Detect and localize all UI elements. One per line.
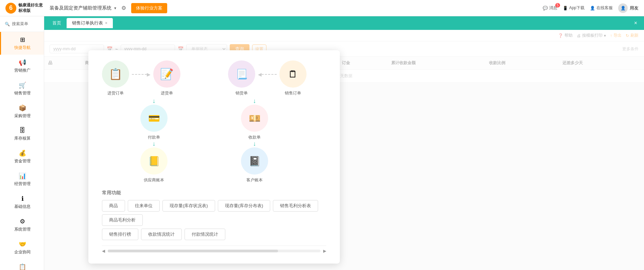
func-btn-sales-profit[interactable]: 销售毛利分析表 <box>273 200 318 212</box>
sales-order-icon: 🗒 <box>288 69 298 80</box>
sales-bill-label: 销货单 <box>236 90 248 96</box>
purchase-bill-node: 📝 <box>153 60 180 88</box>
sidebar-label-system: 系统管理 <box>14 227 31 232</box>
sidebar-label-inventory: 库存核算 <box>14 136 31 141</box>
app-download-item[interactable]: 📱 App下载 <box>563 5 585 11</box>
supplier-account-node: 📒 <box>140 147 168 175</box>
arrow-down-supplier: ↓ <box>153 140 156 147</box>
purchase-order-node: 📋 <box>102 60 129 88</box>
scrollbar-thumb <box>108 250 278 252</box>
system-dropdown-btn[interactable]: ▾ <box>114 6 116 11</box>
sidebar-label-purchase: 采购管理 <box>14 113 31 119</box>
arrow-down-payment: ↓ <box>153 97 156 105</box>
purchase-order-icon: 📋 <box>109 68 122 80</box>
header-center: 装备及固定资产辅助管理系统 ▾ ⚙ 体验行业方案 <box>50 3 543 13</box>
page-content: ❓ 帮助 🖨 按模板打印 ▾ ↑ 导出 ↻ <box>44 30 644 270</box>
sidebar-item-quick-nav[interactable]: ⊞ 快捷导航 <box>0 32 44 55</box>
guide-icon: 📋 <box>19 263 26 270</box>
mobile-icon: 📱 <box>563 6 568 11</box>
sidebar-label-sales: 销售管理 <box>14 90 31 96</box>
receipt-bill-label: 收款单 <box>248 134 261 140</box>
payment-bill-label: 付款单 <box>148 134 160 140</box>
tab-close-icon[interactable]: × <box>105 21 107 25</box>
sidebar-search: 🔍 搜索菜单 <box>0 16 44 32</box>
tab-home[interactable]: 首页 <box>47 18 67 28</box>
message-item[interactable]: 💬 消息 5 <box>543 5 557 11</box>
func-btn-product-profit[interactable]: 商品毛利分析 <box>102 214 143 226</box>
payment-bill-icon: 💳 <box>148 113 160 124</box>
func-btn-contact[interactable]: 往来单位 <box>128 200 160 212</box>
sales-icon: 🛒 <box>19 82 26 89</box>
logo-icon: 6 <box>5 3 16 14</box>
func-btn-payment-stats[interactable]: 付款情况统计 <box>185 229 225 240</box>
payment-bill-node: 💳 <box>140 105 168 132</box>
marketing-icon: 📢 <box>19 59 26 66</box>
func-btn-sales-ranking[interactable]: 销售排行榜 <box>102 229 138 240</box>
sidebar-label-marketing: 营销推广 <box>14 68 31 73</box>
purchase-bill-icon: 📝 <box>160 68 174 80</box>
basic-icon: ℹ <box>21 195 24 202</box>
modal-scrollbar: ◀ ▶ <box>102 246 326 253</box>
sales-order-node: 🗒 <box>279 60 307 88</box>
tab-bar: 首页 销售订单执行表 × × <box>44 16 644 30</box>
search-icon: 🔍 <box>5 22 10 26</box>
sidebar-item-basic[interactable]: ℹ 基础信息 <box>0 191 44 214</box>
quick-nav-icon: ⊞ <box>20 36 25 43</box>
function-buttons-row2: 销售排行榜 收款情况统计 付款情况统计 <box>102 229 326 240</box>
system-title: 装备及固定资产辅助管理系统 <box>50 5 111 11</box>
logo-text: 畅康通好生意 标准版 <box>18 3 43 13</box>
sales-order-label: 销售订单 <box>285 90 301 96</box>
sidebar-item-finance[interactable]: 💰 资金管理 <box>0 145 44 168</box>
settings-btn[interactable]: ⚙ <box>119 3 128 13</box>
modal-box: 📋 进货订单 ▶ <box>88 50 340 264</box>
purchase-order-label: 进货订单 <box>107 90 124 96</box>
tab-home-label: 首页 <box>52 20 61 26</box>
service-icon: 👤 <box>590 6 595 11</box>
cooperation-icon: 🤝 <box>19 240 26 248</box>
func-btn-product[interactable]: 商品 <box>102 200 125 212</box>
message-badge: 5 <box>555 3 560 7</box>
sidebar-label-finance: 资金管理 <box>14 158 31 164</box>
sidebar-item-guide[interactable]: 📋 新手引导 <box>0 259 44 270</box>
app-download-label: App下载 <box>569 5 585 11</box>
avatar: 👤 <box>618 3 628 13</box>
user-name: 用友 <box>630 5 639 11</box>
common-functions: 常用功能 商品 往来单位 现存量(库存状况表) 现存量(库存分布表) 销售毛利分… <box>102 190 326 240</box>
supplier-account-label: 供应商账本 <box>144 177 164 183</box>
func-btn-stock-status[interactable]: 现存量(库存状况表) <box>162 200 215 212</box>
online-service-item[interactable]: 👤 在线客服 <box>590 5 613 11</box>
customer-account-node: 📓 <box>241 147 268 175</box>
tab-sales-order[interactable]: 销售订单执行表 × <box>67 18 113 28</box>
sidebar-item-marketing[interactable]: 📢 营销推广 <box>0 55 44 77</box>
user-area[interactable]: 👤 用友 <box>618 3 639 13</box>
customer-account-label: 客户账本 <box>246 177 263 183</box>
sidebar-label-quick-nav: 快捷导航 <box>14 45 31 51</box>
header-right: 💬 消息 5 📱 App下载 👤 在线客服 👤 用友 <box>543 3 639 13</box>
system-icon: ⚙ <box>20 218 25 225</box>
func-btn-stock-dist[interactable]: 现存量(库存分布表) <box>218 200 271 212</box>
sidebar-item-inventory[interactable]: 🗄 库存核算 <box>0 123 44 145</box>
sidebar-label-operation: 经营管理 <box>14 181 31 187</box>
sidebar-item-operation[interactable]: 📊 经营管理 <box>0 168 44 191</box>
scroll-right-btn[interactable]: ▶ <box>323 249 326 253</box>
function-buttons-row1: 商品 往来单位 现存量(库存状况表) 现存量(库存分布表) 销售毛利分析表 商品… <box>102 200 326 226</box>
sidebar-item-system[interactable]: ⚙ 系统管理 <box>0 214 44 236</box>
customer-account-icon: 📓 <box>249 156 261 167</box>
content-area: 首页 销售订单执行表 × × ❓ 帮助 <box>44 16 644 270</box>
sidebar-label-cooperation: 企业协同 <box>14 249 31 255</box>
search-menu-btn[interactable]: 🔍 搜索菜单 <box>3 20 41 28</box>
main-close-btn[interactable]: × <box>630 20 641 26</box>
sidebar-item-cooperation[interactable]: 🤝 企业协同 <box>0 236 44 259</box>
common-functions-title: 常用功能 <box>102 190 326 196</box>
finance-icon: 💰 <box>19 149 26 157</box>
sidebar-item-purchase[interactable]: 📦 采购管理 <box>0 100 44 123</box>
sidebar-item-sales[interactable]: 🛒 销售管理 <box>0 77 44 100</box>
inventory-icon: 🗄 <box>19 127 25 134</box>
scrollbar-track <box>108 250 320 252</box>
experience-btn[interactable]: 体验行业方案 <box>131 3 167 13</box>
sidebar: 🔍 搜索菜单 ⊞ 快捷导航 📢 营销推广 🛒 销售管理 📦 采购管理 <box>0 16 44 270</box>
func-btn-receipt-stats[interactable]: 收款情况统计 <box>141 229 182 240</box>
sales-bill-icon: 📃 <box>236 69 248 80</box>
operation-icon: 📊 <box>19 172 26 180</box>
scroll-left-btn[interactable]: ◀ <box>102 249 105 253</box>
